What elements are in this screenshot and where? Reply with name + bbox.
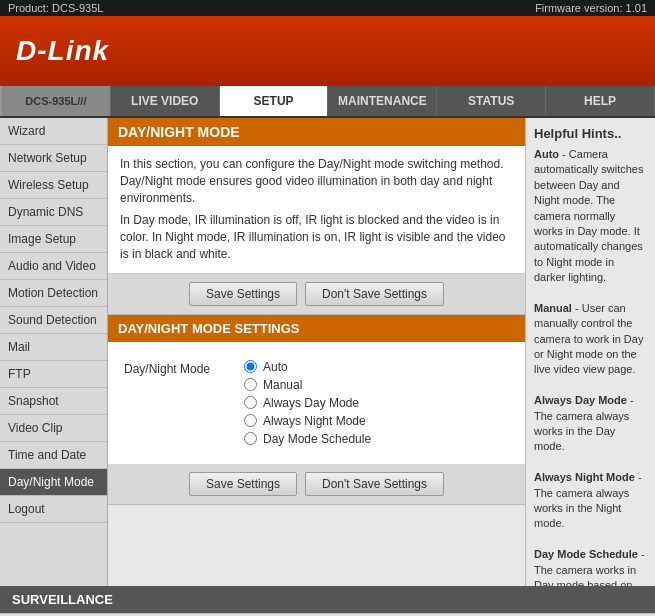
sidebar-item-audio-video[interactable]: Audio and Video (0, 253, 107, 280)
sidebar-item-ftp[interactable]: FTP (0, 361, 107, 388)
top-bar: Product: DCS-935L Firmware version: 1.01 (0, 0, 655, 16)
sidebar-item-logout[interactable]: Logout (0, 496, 107, 523)
sidebar-item-motion-detection[interactable]: Motion Detection (0, 280, 107, 307)
hint-auto-text: - Camera automatically switches between … (534, 148, 643, 283)
product-label: Product: DCS-935L (8, 2, 103, 14)
sidebar-item-image-setup[interactable]: Image Setup (0, 226, 107, 253)
sidebar-item-snapshot[interactable]: Snapshot (0, 388, 107, 415)
sidebar-item-network-setup[interactable]: Network Setup (0, 145, 107, 172)
radio-manual[interactable]: Manual (244, 378, 371, 392)
section-title: DAY/NIGHT MODE SETTINGS (108, 315, 525, 342)
sidebar-item-wizard[interactable]: Wizard (0, 118, 107, 145)
sidebar-item-mail[interactable]: Mail (0, 334, 107, 361)
radio-day-schedule[interactable]: Day Mode Schedule (244, 432, 371, 446)
save-settings-button-top[interactable]: Save Settings (189, 282, 297, 306)
hints-title: Helpful Hints.. (534, 126, 647, 141)
radio-auto[interactable]: Auto (244, 360, 371, 374)
sidebar-item-wireless-setup[interactable]: Wireless Setup (0, 172, 107, 199)
nav-live-video[interactable]: LIVE VIDEO (111, 86, 220, 116)
hint-schedule-term: Day Mode Schedule (534, 548, 638, 560)
day-night-radio-group: Auto Manual Always Day Mode Always Night… (244, 360, 371, 446)
nav-setup[interactable]: SETUP (220, 86, 329, 116)
sidebar-item-video-clip[interactable]: Video Clip (0, 415, 107, 442)
sidebar: Wizard Network Setup Wireless Setup Dyna… (0, 118, 108, 586)
radio-always-day[interactable]: Always Day Mode (244, 396, 371, 410)
desc-line-1: In this section, you can configure the D… (120, 156, 513, 206)
footer-label: SURVEILLANCE (12, 592, 113, 607)
hint-always-night-term: Always Night Mode (534, 471, 635, 483)
nav-status[interactable]: STATUS (437, 86, 546, 116)
firmware-label: Firmware version: 1.01 (535, 2, 647, 14)
nav-maintenance[interactable]: MAINTENANCE (328, 86, 437, 116)
header: D-Link (0, 16, 655, 86)
dont-save-settings-button-top[interactable]: Don't Save Settings (305, 282, 444, 306)
bottom-button-row: Save Settings Don't Save Settings (108, 464, 525, 505)
sidebar-item-sound-detection[interactable]: Sound Detection (0, 307, 107, 334)
top-button-row: Save Settings Don't Save Settings (108, 274, 525, 315)
description-box: In this section, you can configure the D… (108, 146, 525, 274)
footer-bar: SURVEILLANCE (0, 586, 655, 613)
helpful-hints-panel: Helpful Hints.. Auto - Camera automatica… (525, 118, 655, 586)
sidebar-item-time-date[interactable]: Time and Date (0, 442, 107, 469)
save-settings-button-bottom[interactable]: Save Settings (189, 472, 297, 496)
sidebar-item-dynamic-dns[interactable]: Dynamic DNS (0, 199, 107, 226)
dont-save-settings-button-bottom[interactable]: Don't Save Settings (305, 472, 444, 496)
sidebar-item-day-night[interactable]: Day/Night Mode (0, 469, 107, 496)
hint-always-day-term: Always Day Mode (534, 394, 627, 406)
hints-content: Auto - Camera automatically switches bet… (534, 147, 647, 586)
day-night-mode-label: Day/Night Mode (124, 360, 244, 376)
logo: D-Link (16, 35, 109, 67)
page-title: DAY/NIGHT MODE (108, 118, 525, 146)
settings-box: Day/Night Mode Auto Manual Always Day Mo… (108, 342, 525, 464)
desc-line-2: In Day mode, IR illumination is off, IR … (120, 212, 513, 262)
main-nav: DCS-935L /// LIVE VIDEO SETUP MAINTENANC… (0, 86, 655, 118)
model-badge: DCS-935L /// (0, 86, 111, 116)
content-area: DAY/NIGHT MODE In this section, you can … (108, 118, 525, 586)
hint-auto-term: Auto (534, 148, 559, 160)
nav-help[interactable]: HELP (546, 86, 655, 116)
main-layout: Wizard Network Setup Wireless Setup Dyna… (0, 118, 655, 586)
radio-always-night[interactable]: Always Night Mode (244, 414, 371, 428)
day-night-mode-row: Day/Night Mode Auto Manual Always Day Mo… (124, 354, 509, 452)
hint-manual-term: Manual (534, 302, 572, 314)
